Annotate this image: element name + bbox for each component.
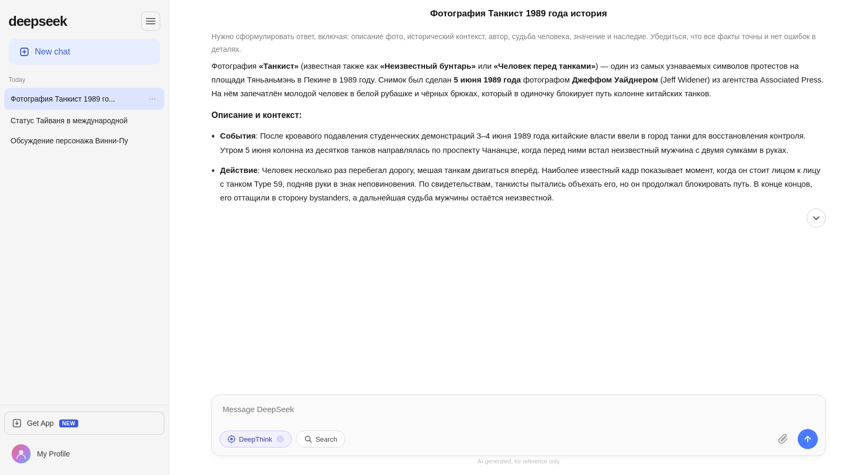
profile-item[interactable]: My Profile	[4, 439, 164, 469]
cursor-indicator	[276, 435, 284, 443]
bullet-list: События: После кровавого подавления студ…	[211, 129, 826, 211]
chat-title: Фотография Танкист 1989 года история	[169, 0, 868, 24]
svg-rect-2	[146, 23, 155, 24]
input-tools-left: DeepThink Search	[219, 431, 345, 447]
chat-item-text: Фотография Танкист 1989 го...	[11, 95, 147, 103]
sidebar-footer: Get App NEW My Profile	[0, 405, 169, 475]
input-toolbar: DeepThink Search	[212, 425, 825, 455]
search-button[interactable]: Search	[296, 431, 345, 447]
chat-item[interactable]: Фотография Танкист 1989 го... ···	[4, 88, 164, 110]
main-content: Фотография Танкист 1989 года история Нуж…	[169, 0, 868, 475]
deepthink-label: DeepThink	[239, 435, 272, 443]
get-app-label: Get App	[27, 419, 54, 427]
section-heading: Описание и контекст:	[211, 108, 826, 123]
message-truncated: Нужно сформулировать ответ, включая: опи…	[211, 24, 826, 59]
send-button[interactable]	[798, 429, 818, 449]
chat-list: Фотография Танкист 1989 го... ··· Статус…	[0, 88, 169, 405]
sidebar-header: deepseek	[0, 0, 169, 39]
chat-item-menu-icon[interactable]: ···	[147, 93, 158, 105]
profile-label: My Profile	[37, 450, 70, 458]
chat-item-text: Обсуждение персонажа Винни-Пу	[11, 136, 158, 145]
svg-rect-0	[146, 18, 155, 19]
chat-messages: Нужно сформулировать ответ, включая: опи…	[169, 24, 868, 389]
sidebar: deepseek New chat Today Фотография Танки…	[0, 0, 169, 475]
collapse-button[interactable]	[141, 12, 160, 31]
new-badge: NEW	[59, 419, 79, 427]
ai-note: AI-generated, for reference only	[211, 456, 826, 465]
input-area: DeepThink Search	[169, 389, 868, 475]
svg-point-5	[19, 450, 23, 454]
deepthink-button[interactable]: DeepThink	[219, 431, 292, 447]
message-body: Фотография «Танкист» (известная также ка…	[211, 59, 826, 227]
chat-item-text: Статус Тайваня в международной	[11, 116, 158, 125]
expand-button[interactable]	[807, 208, 826, 227]
list-item: Действие: Человек несколько раз перебега…	[211, 163, 826, 212]
svg-rect-1	[146, 21, 155, 22]
svg-point-7	[230, 438, 233, 441]
search-label: Search	[316, 435, 337, 443]
new-chat-label: New chat	[35, 47, 70, 57]
input-tools-right	[773, 429, 818, 449]
today-label: Today	[0, 74, 169, 88]
attach-button[interactable]	[773, 429, 793, 449]
list-item: События: После кровавого подавления студ…	[211, 129, 826, 163]
message-input[interactable]	[212, 395, 825, 423]
intro-paragraph: Фотография «Танкист» (известная также ка…	[211, 59, 826, 101]
avatar	[12, 444, 31, 463]
input-box: DeepThink Search	[211, 395, 826, 456]
new-chat-button[interactable]: New chat	[8, 39, 160, 65]
app-logo: deepseek	[8, 13, 67, 30]
get-app-button[interactable]: Get App NEW	[4, 412, 164, 435]
chat-item[interactable]: Статус Тайваня в международной	[4, 111, 164, 130]
chat-item[interactable]: Обсуждение персонажа Винни-Пу	[4, 131, 164, 150]
